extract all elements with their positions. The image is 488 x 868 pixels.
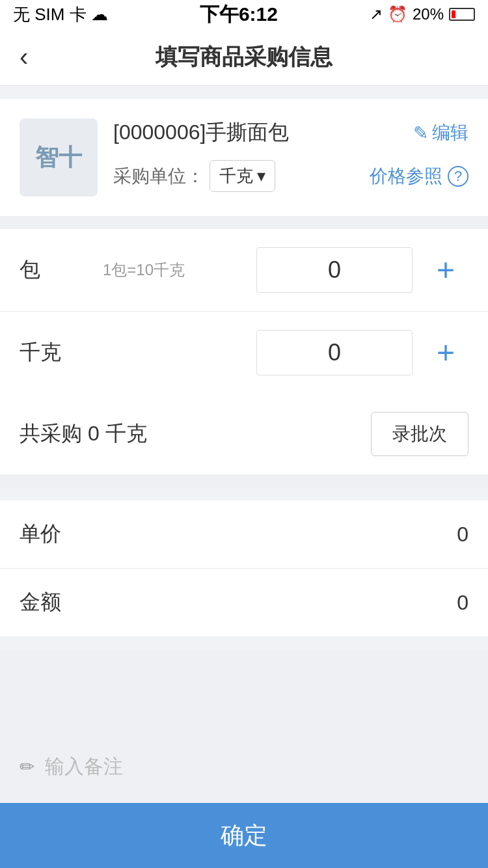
unit-value: 千克 xyxy=(219,165,253,187)
remark-placeholder: 输入备注 xyxy=(45,753,123,780)
unit-select[interactable]: 千克 ▾ xyxy=(210,160,275,192)
nav-bar: ‹ 填写商品采购信息 xyxy=(0,29,488,86)
status-right: ↗ ⏰ 20% xyxy=(370,5,475,23)
product-info: [0000006]手撕面包 ✎ 编辑 采购单位： 千克 ▾ 价格参照 ? xyxy=(113,118,468,192)
kg-plus-button[interactable]: + xyxy=(423,330,468,375)
bag-label: 包 xyxy=(20,256,98,284)
unit-price-row: 单价 0 xyxy=(0,500,488,569)
edit-label: 编辑 xyxy=(432,120,468,145)
status-time: 下午6:12 xyxy=(200,1,278,28)
edit-icon: ✎ xyxy=(413,122,428,144)
bag-sublabel: 1包=10千克 xyxy=(103,260,185,280)
edit-button[interactable]: ✎ 编辑 xyxy=(413,120,468,145)
bag-row: 包 1包=10千克 + xyxy=(0,229,488,312)
sim-label: 无 SIM 卡 ☁ xyxy=(13,3,108,26)
unit-price-value: 0 xyxy=(457,522,468,547)
total-quantity-text: 共采购 0 千克 xyxy=(20,420,147,448)
pencil-icon: ✏ xyxy=(20,756,34,778)
amount-label: 金额 xyxy=(20,588,61,617)
status-bar: 无 SIM 卡 ☁ 下午6:12 ↗ ⏰ 20% xyxy=(0,0,488,29)
bag-quantity-input[interactable] xyxy=(256,247,413,293)
back-button[interactable]: ‹ xyxy=(13,36,34,78)
battery-percent: 20% xyxy=(413,5,444,23)
product-logo-text: 智十 xyxy=(35,142,82,174)
product-image: 智十 xyxy=(20,118,98,197)
back-icon: ‹ xyxy=(20,42,28,71)
price-ref-help-icon: ? xyxy=(448,166,468,187)
unit-price-label: 单价 xyxy=(20,520,61,549)
quantity-section: 包 1包=10千克 + 千克 + xyxy=(0,229,488,394)
product-card: 智十 [0000006]手撕面包 ✎ 编辑 采购单位： 千克 ▾ 价格参照 ? xyxy=(0,99,488,216)
bag-plus-button[interactable]: + xyxy=(423,247,468,293)
product-name: [0000006]手撕面包 xyxy=(113,118,289,147)
location-icon: ↗ xyxy=(370,5,383,23)
amount-value: 0 xyxy=(457,591,468,615)
total-row: 共采购 0 千克 录批次 xyxy=(0,394,488,474)
unit-label: 采购单位： xyxy=(113,164,204,189)
page-title: 填写商品采购信息 xyxy=(156,42,332,72)
batch-button[interactable]: 录批次 xyxy=(371,412,468,456)
status-left: 无 SIM 卡 ☁ xyxy=(13,3,108,26)
amount-row: 金额 0 xyxy=(0,569,488,636)
divider-1 xyxy=(0,216,488,229)
confirm-button-label: 确定 xyxy=(221,820,267,852)
alarm-icon: ⏰ xyxy=(388,5,407,23)
kg-label: 千克 xyxy=(20,338,98,367)
price-section: 单价 0 金额 0 xyxy=(0,500,488,636)
kg-row: 千克 + xyxy=(0,312,488,394)
battery-icon xyxy=(449,8,475,21)
price-ref-label: 价格参照 xyxy=(370,164,442,189)
price-reference-button[interactable]: 价格参照 ? xyxy=(370,164,468,189)
kg-quantity-input[interactable] xyxy=(256,330,413,375)
confirm-button[interactable]: 确定 xyxy=(0,803,488,868)
unit-dropdown-icon: ▾ xyxy=(257,166,265,186)
divider-2 xyxy=(0,474,488,487)
